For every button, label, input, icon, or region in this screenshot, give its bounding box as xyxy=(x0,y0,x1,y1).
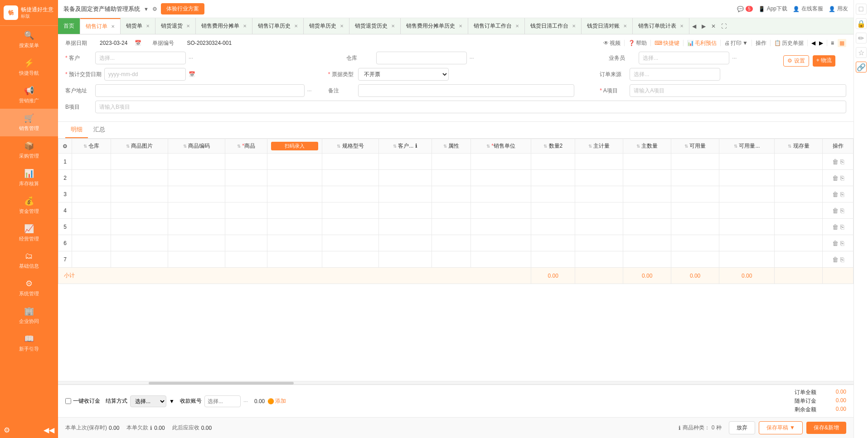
cell-main-qty[interactable] xyxy=(623,202,671,219)
tab-expand[interactable]: ⛶ xyxy=(718,23,729,29)
profit-link[interactable]: 📊 毛利预估 xyxy=(687,39,717,47)
save-draft-btn[interactable]: 保存草稿 ▼ xyxy=(759,421,803,434)
cell-product[interactable] xyxy=(225,170,267,186)
cell-main-qty[interactable] xyxy=(623,170,671,186)
tab-sales_return[interactable]: 销货单✕ xyxy=(121,18,155,34)
address-more-btn[interactable]: ··· xyxy=(307,87,312,94)
tab-sales_order_history[interactable]: 销售订单历史✕ xyxy=(252,18,304,34)
cell-product-img[interactable] xyxy=(111,219,168,235)
scan-btn[interactable]: 扫码录入 xyxy=(271,142,318,150)
row-copy-btn[interactable]: ⎘ xyxy=(840,240,844,247)
delivery-date-input[interactable] xyxy=(104,68,186,81)
cell-main-unit[interactable] xyxy=(575,251,623,268)
calendar-icon[interactable]: 📅 xyxy=(135,40,141,46)
cell-scan[interactable] xyxy=(267,251,322,268)
invoice-type-select[interactable]: 不开票 xyxy=(358,68,449,81)
cell-product-code[interactable] xyxy=(168,170,225,186)
right-icon-4[interactable]: ☆ xyxy=(856,47,867,58)
row-delete-btn[interactable]: 🗑 xyxy=(832,158,839,165)
cell-stock[interactable] xyxy=(775,170,823,186)
product-types-icon[interactable]: ℹ xyxy=(679,425,681,431)
sidebar-settings-icon[interactable]: ⚙ xyxy=(4,426,10,434)
cell-main-qty[interactable] xyxy=(623,186,671,202)
one-click-checkbox-input[interactable] xyxy=(65,398,71,404)
right-icon-1[interactable]: □ xyxy=(856,4,867,14)
row-copy-btn[interactable]: ⎘ xyxy=(840,223,844,231)
add-row-btn[interactable]: + 物流 xyxy=(813,55,835,67)
cell-attributes[interactable] xyxy=(432,235,470,251)
cell-customer-code[interactable] xyxy=(379,202,432,219)
cell-qty2[interactable] xyxy=(531,186,575,202)
tab-close-sales_order[interactable]: ✕ xyxy=(111,24,115,29)
cell-product[interactable] xyxy=(225,202,267,219)
one-click-checkbox[interactable]: 一键收订金 xyxy=(65,397,100,405)
sidebar-item-sales[interactable]: 🛒销售管理 xyxy=(0,109,58,136)
cell-main-unit[interactable] xyxy=(575,235,623,251)
note-input[interactable] xyxy=(358,84,575,97)
cell-product-code[interactable] xyxy=(168,154,225,170)
tab-sales_order_workbench[interactable]: 销售订单工作台✕ xyxy=(468,18,525,34)
cell-qty2[interactable] xyxy=(531,202,575,219)
tab-cash_daily_reconcile[interactable]: 钱货日清对账✕ xyxy=(582,18,633,34)
message-btn[interactable]: 💬 5 xyxy=(737,6,753,12)
cell-unit[interactable] xyxy=(470,251,531,268)
cell-scan[interactable] xyxy=(267,235,322,251)
cell-scan[interactable] xyxy=(267,154,322,170)
b-project-input[interactable] xyxy=(95,101,846,113)
cell-main-qty[interactable] xyxy=(623,219,671,235)
cell-spec[interactable] xyxy=(322,251,379,268)
cell-product[interactable] xyxy=(225,235,267,251)
tab-nav-next[interactable]: ▶ xyxy=(699,23,708,29)
scrollbar-thumb[interactable] xyxy=(149,382,294,385)
info-icon[interactable]: ℹ xyxy=(150,425,152,431)
cell-stock[interactable] xyxy=(775,251,823,268)
cell-customer-code[interactable] xyxy=(379,186,432,202)
cell-product-img[interactable] xyxy=(111,251,168,268)
cell-spec[interactable] xyxy=(322,219,379,235)
cell-main-unit[interactable] xyxy=(575,219,623,235)
cell-product[interactable] xyxy=(225,219,267,235)
save-new-btn[interactable]: 保存&新增 xyxy=(806,422,846,434)
row-delete-btn[interactable]: 🗑 xyxy=(832,256,839,263)
salesperson-more-btn[interactable]: ··· xyxy=(732,55,737,61)
cell-scan[interactable] xyxy=(267,219,322,235)
cell-stock[interactable] xyxy=(775,202,823,219)
row-delete-btn[interactable]: 🗑 xyxy=(832,223,839,231)
tab-sales_order_stats[interactable]: 销售订单统计表✕ xyxy=(633,18,689,34)
tab-sales_refund_history[interactable]: 销货退货历史✕ xyxy=(349,18,401,34)
settings-btn[interactable]: ⚙ 设置 xyxy=(783,55,809,67)
row-copy-btn[interactable]: ⎘ xyxy=(840,256,844,263)
cell-available[interactable] xyxy=(671,154,719,170)
payment-method-select[interactable]: 选择... xyxy=(130,395,166,407)
history-link[interactable]: 📋 历史单据 xyxy=(774,39,804,47)
cell-warehouse[interactable] xyxy=(72,202,111,219)
row-delete-btn[interactable]: 🗑 xyxy=(832,207,839,214)
cell-unit[interactable] xyxy=(470,154,531,170)
shortcut-link[interactable]: ⌨ 快捷键 xyxy=(655,39,679,47)
cell-qty2[interactable] xyxy=(531,251,575,268)
tab-close-sales_order_stats[interactable]: ✕ xyxy=(680,24,684,29)
tab-close-sales_refund_history[interactable]: ✕ xyxy=(391,24,395,29)
right-icon-5[interactable]: 🔗 xyxy=(856,62,867,72)
payment-account-more[interactable]: ··· xyxy=(243,398,248,404)
cell-available[interactable] xyxy=(671,235,719,251)
table-scrollbar[interactable] xyxy=(58,381,853,385)
cell-scan[interactable] xyxy=(267,170,322,186)
cell-available[interactable] xyxy=(671,186,719,202)
cell-product[interactable] xyxy=(225,154,267,170)
cell-stock[interactable] xyxy=(775,186,823,202)
cell-product-code[interactable] xyxy=(168,251,225,268)
online-service-btn[interactable]: 👤 在线客服 xyxy=(793,5,823,13)
tab-home[interactable]: 首页 xyxy=(58,18,80,34)
row-copy-btn[interactable]: ⎘ xyxy=(840,158,844,165)
cell-customer-code[interactable] xyxy=(379,235,432,251)
cell-available[interactable] xyxy=(671,202,719,219)
tab-close-all[interactable]: ✕ xyxy=(708,23,718,29)
cell-main-qty[interactable] xyxy=(623,235,671,251)
order-source-input[interactable] xyxy=(630,68,720,81)
cell-scan[interactable] xyxy=(267,202,322,219)
right-icon-3[interactable]: ✏ xyxy=(856,33,867,43)
tab-close-cash_daily_workbench[interactable]: ✕ xyxy=(572,24,576,29)
customer-address-input[interactable] xyxy=(95,84,305,97)
sidebar-item-guide[interactable]: 📖新手引导 xyxy=(0,329,58,357)
